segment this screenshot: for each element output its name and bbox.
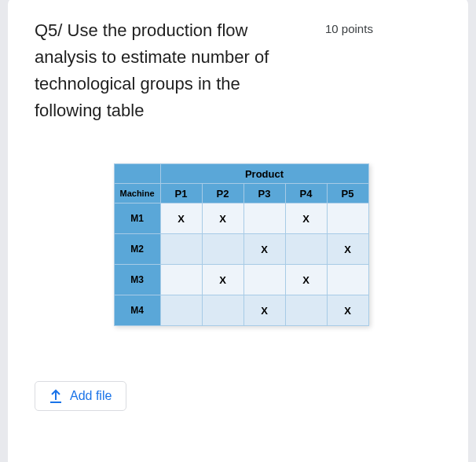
cell bbox=[160, 234, 202, 265]
cell bbox=[202, 234, 243, 265]
product-header: Product bbox=[160, 164, 368, 184]
cell: X bbox=[285, 204, 327, 234]
cell bbox=[160, 295, 202, 326]
add-file-button[interactable]: Add file bbox=[35, 381, 126, 411]
cell: X bbox=[160, 204, 202, 234]
row-m4: M4 bbox=[114, 295, 160, 326]
col-p2: P2 bbox=[202, 184, 243, 204]
corner-cell bbox=[114, 164, 160, 184]
table-row: M4 X X bbox=[114, 295, 368, 326]
cell bbox=[243, 265, 285, 295]
table-row: Product bbox=[114, 164, 368, 184]
cell bbox=[160, 265, 202, 295]
cell: X bbox=[243, 295, 285, 326]
cell: X bbox=[202, 265, 243, 295]
upload-icon bbox=[49, 389, 62, 403]
cell bbox=[202, 295, 243, 326]
table-container: Product Machine P1 P2 P3 P4 P5 M1 X X X … bbox=[35, 163, 448, 326]
cell: X bbox=[327, 234, 368, 265]
table-row: M3 X X bbox=[114, 265, 368, 295]
row-m3: M3 bbox=[114, 265, 160, 295]
cell bbox=[285, 234, 327, 265]
col-p4: P4 bbox=[285, 184, 327, 204]
question-card: Q5/ Use the production flow analysis to … bbox=[8, 0, 468, 462]
question-points: 10 points bbox=[325, 17, 373, 35]
machine-header: Machine bbox=[114, 184, 160, 204]
cell bbox=[327, 265, 368, 295]
cell bbox=[243, 204, 285, 234]
cell bbox=[327, 204, 368, 234]
col-p1: P1 bbox=[160, 184, 202, 204]
col-p5: P5 bbox=[327, 184, 368, 204]
cell: X bbox=[327, 295, 368, 326]
cell: X bbox=[202, 204, 243, 234]
table-row: Machine P1 P2 P3 P4 P5 bbox=[114, 184, 368, 204]
question-header-row: Q5/ Use the production flow analysis to … bbox=[35, 17, 448, 124]
col-p3: P3 bbox=[243, 184, 285, 204]
cell: X bbox=[285, 265, 327, 295]
row-m2: M2 bbox=[114, 234, 160, 265]
row-m1: M1 bbox=[114, 204, 160, 234]
add-file-label: Add file bbox=[70, 389, 112, 403]
question-text: Q5/ Use the production flow analysis to … bbox=[35, 17, 309, 124]
cell bbox=[285, 295, 327, 326]
table-row: M1 X X X bbox=[114, 204, 368, 234]
table-row: M2 X X bbox=[114, 234, 368, 265]
production-table: Product Machine P1 P2 P3 P4 P5 M1 X X X … bbox=[114, 163, 369, 326]
cell: X bbox=[243, 234, 285, 265]
